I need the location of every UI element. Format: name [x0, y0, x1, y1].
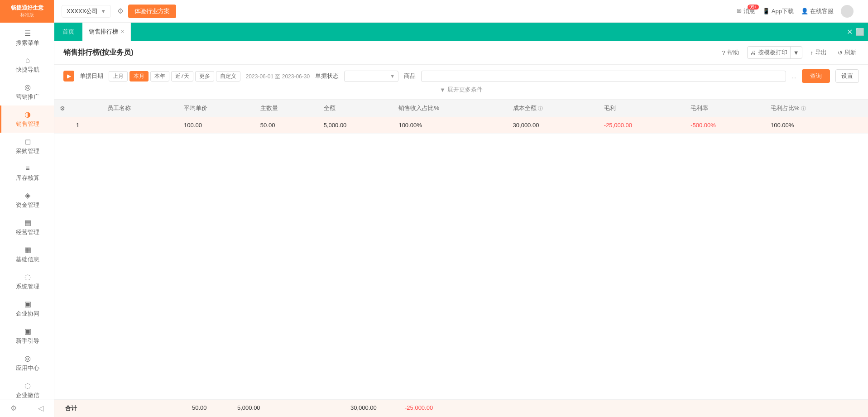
print-icon: 🖨	[750, 49, 756, 56]
collapse-icon[interactable]: ◁	[38, 404, 43, 412]
expand-more-button[interactable]: ▼ 展开更多条件	[440, 86, 483, 94]
logo-title: 畅捷通好生意	[11, 5, 43, 12]
sidebar-item-marketing[interactable]: ◎ 营销推广	[0, 78, 54, 105]
gross-pct-info-icon: ⓘ	[801, 105, 806, 111]
expand-more-label: 展开更多条件	[447, 86, 483, 94]
tab-sales-ranking[interactable]: 销售排行榜 ×	[82, 23, 131, 41]
service-icon: 👤	[801, 8, 808, 14]
trial-button[interactable]: 体验行业方案	[128, 5, 176, 18]
sidebar-item-shortcut[interactable]: ⌂ 快捷导航	[0, 52, 54, 78]
date-label: 单据日期	[80, 72, 103, 80]
col-qty: 主数量	[255, 100, 318, 117]
cell-cost: 30,000.00	[508, 117, 599, 134]
query-button[interactable]: 查询	[802, 69, 830, 83]
col-gross: 毛利	[599, 100, 685, 117]
collab-icon: ▣	[24, 300, 31, 308]
status-select-wrapper: ▼	[344, 71, 398, 82]
col-gross-rate: 毛利率	[685, 100, 765, 117]
cell-qty: 50.00	[255, 117, 318, 134]
app-download-label: App下载	[772, 7, 794, 15]
sidebar-item-label: 搜索菜单	[16, 39, 39, 47]
date-range-container: 2023-06-01 至 2023-06-30	[246, 72, 310, 81]
app-download-btn[interactable]: 📱 App下载	[762, 7, 794, 15]
tab-home-label: 首页	[62, 28, 74, 36]
sidebar-item-label: 系统管理	[16, 283, 39, 291]
footer-pct	[286, 404, 345, 412]
tab-home[interactable]: 首页	[54, 23, 82, 41]
sidebar-item-label: 基础信息	[16, 255, 39, 264]
sidebar-item-appcenter[interactable]: ◎ 应用中心	[0, 350, 54, 377]
capital-icon: ◈	[25, 191, 30, 200]
export-icon: ↑	[810, 49, 814, 56]
cell-gross-rate: -500.00%	[685, 117, 765, 134]
sidebar-item-operation[interactable]: ▤ 经营管理	[0, 214, 54, 241]
date-btn-more[interactable]: 更多	[195, 71, 214, 81]
product-label: 商品	[404, 72, 416, 80]
print-chevron-icon: ▼	[793, 49, 799, 56]
footer-cost: 30,000.00	[345, 404, 399, 412]
footer-cells: 合计 50.00 5,000.00 30,000.00 -25,000.00	[60, 404, 863, 412]
print-dropdown-button[interactable]: ▼	[791, 48, 802, 58]
help-button[interactable]: ? 帮助	[719, 47, 741, 58]
print-button[interactable]: 🖨 按模板打印	[748, 47, 791, 58]
footer-gross: -25,000.00	[399, 404, 454, 412]
sidebar-item-label: 企业微信	[16, 391, 39, 399]
col-settings-icon[interactable]: ⚙	[60, 105, 65, 112]
message-btn[interactable]: ✉ 消息 99+	[737, 7, 755, 15]
sidebar-nav: ☰ 搜索菜单 ⌂ 快捷导航 ◎ 营销推广 ◑ 销售管理 ◻ 采购管理 ≡ 库存核…	[0, 23, 54, 399]
wechat-icon: ◌	[24, 381, 31, 390]
tab-restore-icon[interactable]: ⬜	[855, 28, 864, 36]
filter-bar: ▶ 单据日期 上月 本月 本年 近7天 更多 自定义 2023-06-01 至 …	[54, 65, 868, 100]
more-filters-icon[interactable]: ...	[791, 73, 796, 80]
col-sales-pct: 销售收入占比%	[393, 100, 507, 117]
avatar[interactable]	[841, 5, 854, 18]
sidebar-item-basic[interactable]: ▦ 基础信息	[0, 241, 54, 268]
sidebar-item-collab[interactable]: ▣ 企业协同	[0, 295, 54, 322]
date-btn-this-month[interactable]: 本月	[129, 71, 149, 81]
content-inner: ⚙ 员工名称 平均单价 主数量 全额 销售收入占比% 成本全额 ⓘ	[54, 100, 868, 417]
data-table: ⚙ 员工名称 平均单价 主数量 全额 销售收入占比% 成本全额 ⓘ	[54, 100, 868, 134]
online-service-btn[interactable]: 👤 在线客服	[801, 7, 834, 15]
download-icon: 📱	[762, 8, 770, 14]
sidebar-item-purchase[interactable]: ◻ 采购管理	[0, 133, 54, 160]
expand-more-container: ▼ 展开更多条件	[63, 83, 859, 95]
settings-bottom-icon[interactable]: ⚙	[10, 404, 17, 412]
footer-label: 合计	[60, 404, 187, 412]
status-select[interactable]	[344, 71, 398, 82]
sidebar-item-search[interactable]: ☰ 搜索菜单	[0, 24, 54, 52]
product-input[interactable]	[421, 71, 786, 82]
refresh-button[interactable]: ↺ 刷新	[835, 47, 859, 58]
table-row: 1 100.00 50.00 5,000.00 100.00% 30,000.0…	[54, 117, 868, 134]
date-btn-custom[interactable]: 自定义	[216, 71, 240, 81]
company-chevron-icon: ▼	[101, 8, 106, 14]
date-btn-last-month[interactable]: 上月	[109, 71, 128, 81]
sidebar-item-wechat[interactable]: ◌ 企业微信	[0, 377, 54, 399]
export-button[interactable]: ↑ 导出	[808, 47, 830, 58]
topbar-settings-icon[interactable]: ⚙	[117, 7, 124, 15]
sidebar-item-capital[interactable]: ◈ 资金管理	[0, 187, 54, 214]
app-logo: 畅捷通好生意 标准版	[0, 0, 54, 23]
date-buttons: 上月 本月 本年 近7天 更多 自定义	[109, 71, 240, 81]
col-avg-price: 平均单价	[178, 100, 255, 117]
sidebar-item-guide[interactable]: ▣ 新手引导	[0, 322, 54, 350]
tab-label: 销售排行榜	[89, 28, 118, 36]
sidebar-item-sales[interactable]: ◑ 销售管理	[0, 105, 54, 133]
setting-button[interactable]: 设置	[835, 69, 859, 83]
col-name: 员工名称	[102, 100, 178, 117]
topbar: XXXXX公司 ▼ ⚙ 体验行业方案 ✉ 消息 99+ 📱 App下载 👤 在线…	[54, 0, 868, 23]
sidebar-item-label: 企业协同	[16, 310, 39, 318]
sidebar-item-system[interactable]: ◌ 系统管理	[0, 268, 54, 295]
date-btn-this-year[interactable]: 本年	[150, 71, 169, 81]
print-group: 🖨 按模板打印 ▼	[747, 46, 802, 59]
tab-close-all-icon[interactable]: ✕	[847, 28, 853, 36]
tab-close-icon[interactable]: ×	[121, 29, 124, 35]
sidebar-item-label: 经营管理	[16, 228, 39, 236]
inventory-icon: ≡	[25, 164, 29, 173]
col-rank	[71, 100, 102, 117]
sidebar-item-inventory[interactable]: ≡ 库存核算	[0, 160, 54, 187]
company-selector[interactable]: XXXXX公司 ▼	[62, 5, 111, 18]
date-btn-7days[interactable]: 近7天	[171, 71, 193, 81]
page-header: 销售排行榜(按业务员) ? 帮助 🖨 按模板打印 ▼ ↑	[54, 41, 868, 65]
sales-icon: ◑	[24, 110, 31, 119]
filter-toggle-btn[interactable]: ▶	[63, 71, 74, 81]
